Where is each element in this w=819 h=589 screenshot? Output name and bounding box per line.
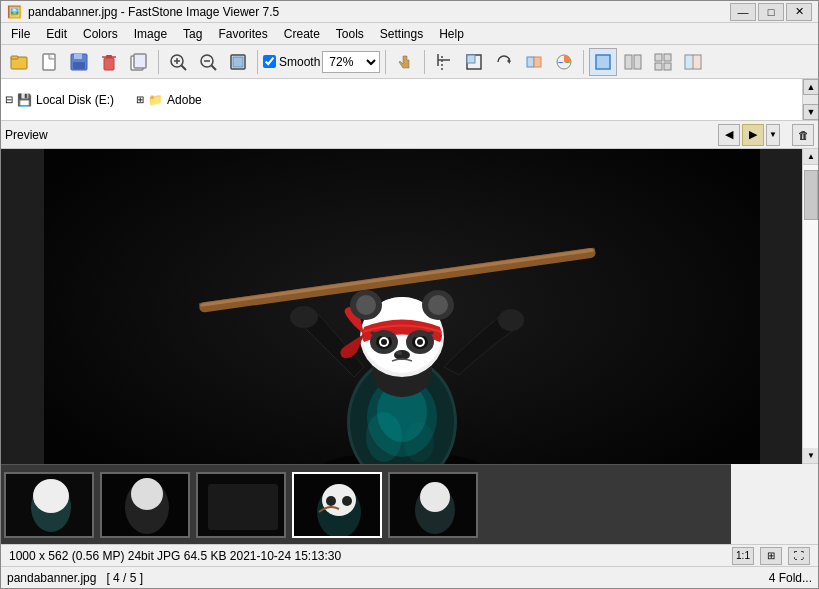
content-area: ▲ ▼ — [1, 149, 818, 544]
open-folder-button[interactable] — [5, 48, 33, 76]
svg-point-74 — [396, 351, 402, 355]
titlebar-left: 🖼️ pandabanner.jpg - FastStone Image Vie… — [7, 5, 279, 19]
svg-rect-24 — [467, 55, 475, 63]
menu-help[interactable]: Help — [431, 23, 472, 45]
tree-folder-adobe[interactable]: ⊞ 📁 Adobe — [114, 91, 202, 109]
single-view-button[interactable] — [589, 48, 617, 76]
nav-delete-button[interactable]: 🗑 — [792, 124, 814, 146]
preview-strip — [1, 464, 731, 544]
fit-icon-button[interactable]: ⊞ — [760, 547, 782, 565]
svg-point-90 — [326, 496, 336, 506]
zoom-out-button[interactable] — [194, 48, 222, 76]
window-title: pandabanner.jpg - FastStone Image Viewer… — [28, 5, 279, 19]
panel-label: pandabanner.jpg [ 4 / 5 ] 4 Fold... — [1, 566, 818, 588]
svg-line-12 — [182, 65, 187, 70]
filename-text: pandabanner.jpg — [7, 571, 96, 585]
left-panel: ▲ ▼ — [1, 149, 818, 544]
tree-expand-icon: ⊟ — [5, 94, 13, 105]
delete-button[interactable] — [95, 48, 123, 76]
resize-button[interactable] — [460, 48, 488, 76]
image-info: 1000 x 562 (0.56 MP) 24bit JPG 64.5 KB 2… — [9, 549, 341, 563]
menu-colors[interactable]: Colors — [75, 23, 126, 45]
svg-rect-29 — [596, 55, 610, 69]
titlebar-controls: — □ ✕ — [730, 3, 812, 21]
svg-rect-86 — [208, 484, 278, 530]
smooth-control: Smooth — [263, 55, 320, 69]
open-file-button[interactable] — [35, 48, 63, 76]
fullscreen-button[interactable]: ⛶ — [788, 547, 810, 565]
menubar: File Edit Colors Image Tag Favorites Cre… — [1, 23, 818, 45]
smooth-checkbox[interactable] — [263, 55, 276, 68]
viewer-area: ▲ ▼ — [1, 149, 818, 464]
svg-rect-39 — [694, 56, 700, 68]
nav-toolbar: Preview ◀ ▶ ▼ 🗑 — [1, 121, 818, 149]
filetree: ⊟ 💾 Local Disk (E:) ⊞ 📁 Adobe ▲ ▼ — [1, 79, 818, 121]
scroll-down-button[interactable]: ▼ — [803, 448, 818, 464]
thumb-5[interactable] — [388, 472, 478, 538]
svg-rect-38 — [686, 56, 692, 68]
svg-rect-34 — [655, 63, 662, 70]
preview-label: Preview — [5, 128, 716, 142]
svg-point-51 — [498, 309, 524, 331]
menu-favorites[interactable]: Favorites — [210, 23, 275, 45]
dual-view-button[interactable] — [619, 48, 647, 76]
nav-left-button[interactable]: ◀ — [718, 124, 740, 146]
copy-button[interactable] — [125, 48, 153, 76]
svg-rect-32 — [655, 54, 662, 61]
tree-scroll-up[interactable]: ▲ — [803, 79, 818, 95]
compare-view-button[interactable] — [679, 48, 707, 76]
tree-scroll-down[interactable]: ▼ — [803, 104, 818, 120]
close-button[interactable]: ✕ — [786, 3, 812, 21]
scroll-thumb[interactable] — [804, 170, 818, 220]
crop-button[interactable] — [430, 48, 458, 76]
svg-point-81 — [33, 479, 69, 513]
menu-tag[interactable]: Tag — [175, 23, 210, 45]
svg-rect-27 — [534, 57, 541, 67]
tree-disk[interactable]: ⊟ 💾 Local Disk (E:) — [5, 91, 114, 109]
flip-button[interactable] — [520, 48, 548, 76]
save-button[interactable] — [65, 48, 93, 76]
toolbar-separator-1 — [158, 50, 159, 74]
folder-count: 4 Fold... — [769, 571, 812, 585]
svg-rect-35 — [664, 63, 671, 70]
fit-window-button[interactable] — [224, 48, 252, 76]
svg-rect-6 — [104, 58, 114, 70]
menu-image[interactable]: Image — [126, 23, 175, 45]
zoom-in-button[interactable] — [164, 48, 192, 76]
svg-rect-31 — [634, 55, 641, 69]
thumb-3[interactable] — [196, 472, 286, 538]
menu-edit[interactable]: Edit — [38, 23, 75, 45]
tile-view-button[interactable] — [649, 48, 677, 76]
svg-point-91 — [342, 496, 352, 506]
svg-point-61 — [356, 295, 376, 315]
color-adjust-button[interactable] — [550, 48, 578, 76]
smooth-label[interactable]: Smooth — [279, 55, 320, 69]
zoom-select[interactable]: 25% 50% 72% 100% 150% 200% — [322, 51, 380, 73]
toolbar-separator-5 — [583, 50, 584, 74]
hand-tool-button[interactable] — [391, 48, 419, 76]
scroll-track — [803, 165, 818, 448]
svg-rect-10 — [134, 54, 146, 68]
maximize-button[interactable]: □ — [758, 3, 784, 21]
image-container[interactable] — [1, 149, 802, 464]
rotate-button[interactable] — [490, 48, 518, 76]
menu-create[interactable]: Create — [276, 23, 328, 45]
nav-dropdown[interactable]: ▼ — [766, 124, 780, 146]
folder-label: Adobe — [167, 93, 202, 107]
menu-settings[interactable]: Settings — [372, 23, 431, 45]
minimize-button[interactable]: — — [730, 3, 756, 21]
svg-line-16 — [212, 65, 217, 70]
toolbar-separator-3 — [385, 50, 386, 74]
folder-icon: 📁 — [148, 93, 163, 107]
svg-rect-19 — [233, 57, 243, 67]
thumb-2[interactable] — [100, 472, 190, 538]
svg-point-69 — [381, 339, 387, 345]
thumb-1[interactable] — [4, 472, 94, 538]
svg-rect-4 — [74, 54, 82, 59]
menu-tools[interactable]: Tools — [328, 23, 372, 45]
scroll-up-button[interactable]: ▲ — [803, 149, 818, 165]
menu-file[interactable]: File — [3, 23, 38, 45]
nav-right-button[interactable]: ▶ — [742, 124, 764, 146]
app-icon: 🖼️ — [7, 5, 22, 19]
thumb-4-selected[interactable] — [292, 472, 382, 538]
